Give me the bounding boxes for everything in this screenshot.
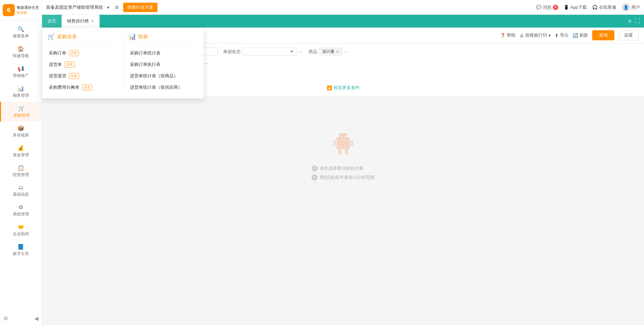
header-left: 装备及固定资产辅助管理系统 ▾ ⚙ 体验行业方案 (46, 3, 157, 12)
sidebar-item-guide[interactable]: 📘 新手引导 (0, 240, 42, 260)
dropdown-item-report-2[interactable]: 采购订单执行表 (129, 59, 199, 70)
dropdown-item-expense[interactable]: 采购费用分摊单 历史 (47, 82, 117, 93)
clipboard-icon: 📋 (17, 165, 24, 171)
dropdown-overlay: 🛒 采购业务 采购订单 历史 进货单 历史 进货退货 历史 采购费用分摊单 历史 (42, 28, 644, 325)
dropdown-divider (123, 33, 123, 93)
sidebar-item-quick-nav[interactable]: 🏠 快捷导航 (0, 42, 42, 62)
sidebar-item-stock[interactable]: 📦 库存核算 (0, 122, 42, 141)
money-icon: 💰 (17, 145, 24, 151)
dropdown-purchase-col: 🛒 采购业务 采购订单 历史 进货单 历史 进货退货 历史 采购费用分摊单 历史 (47, 33, 117, 93)
history-badge-2: 历史 (69, 73, 79, 79)
phone-icon: 📱 (564, 5, 569, 10)
purchase-col-title-text: 采购业务 (57, 34, 77, 40)
chart-icon: 📊 (17, 85, 24, 92)
tab-sales-rank[interactable]: 销售排行榜 ✕ (62, 15, 100, 28)
sidebar-item-search[interactable]: 🔍 搜索菜单 (0, 23, 42, 42)
user-btn[interactable]: 👤 用户 (622, 3, 640, 11)
tab-close-icon[interactable]: ✕ (91, 19, 94, 24)
message-icon: 💬 (536, 5, 541, 10)
history-badge-3: 历史 (82, 84, 92, 90)
tabs-right-controls: ✕ ⛶ (628, 18, 644, 25)
message-btn[interactable]: 💬 消息 9 (536, 4, 558, 10)
app-logo: 6 畅捷通好生意 标准版 (0, 0, 42, 21)
report-col-icon: 📊 (129, 33, 136, 40)
settings-bottom-icon[interactable]: ⚙ (3, 315, 8, 322)
headset-icon: 🎧 (592, 5, 598, 10)
report-col-title: 📊 报表 (129, 33, 199, 43)
purchase-col-title: 🛒 采购业务 (47, 33, 117, 43)
dropdown-arrow-icon[interactable]: ▾ (106, 3, 111, 11)
stock-in-label: 进货单 (49, 62, 62, 68)
book-icon: 📘 (17, 244, 24, 250)
sidebar-item-sales[interactable]: 📊 销售管理 (0, 82, 42, 102)
sidebar-item-purchase[interactable]: 🛒 采购管理 (0, 102, 42, 122)
tab-home-label: 首页 (47, 18, 56, 24)
avatar: 👤 (622, 3, 630, 11)
report-3-label: 进货单统计表（按商品） (130, 73, 178, 79)
sidebar-item-marketing[interactable]: 📢 营销推广 (0, 62, 42, 82)
home-icon: 🏠 (17, 46, 24, 52)
sidebar-item-label: 搜索菜单 (13, 33, 29, 39)
report-2-label: 采购订单执行表 (130, 62, 160, 68)
online-service-btn[interactable]: 🎧 在线客服 (592, 4, 616, 10)
tab-home[interactable]: 首页 (42, 15, 62, 28)
sidebar-item-system[interactable]: ⚙ 系统管理 (0, 201, 42, 220)
report-4-label: 进货单统计表（按供应商） (130, 84, 182, 90)
dropdown-item-report-3[interactable]: 进货单统计表（按商品） (129, 70, 199, 82)
app-name: 畅捷通好生意 (17, 5, 39, 10)
handshake-icon: 🤝 (17, 224, 24, 230)
report-1-label: 采购订单统计表 (130, 50, 160, 56)
sidebar: 6 畅捷通好生意 标准版 🔍 搜索菜单 🏠 快捷导航 📢 营销推广 📊 销售管理… (0, 0, 42, 325)
tab-sales-rank-label: 销售排行榜 (67, 18, 89, 24)
dropdown-item-stock-in[interactable]: 进货单 历史 (47, 59, 117, 70)
settings-header-icon[interactable]: ⚙ (113, 3, 120, 11)
app-download-label: App下载 (570, 4, 587, 10)
message-label: 消息 (543, 4, 551, 10)
purchase-dropdown-menu: 🛒 采购业务 采购订单 历史 进货单 历史 进货退货 历史 采购费用分摊单 历史 (42, 28, 204, 98)
user-label: 用户 (631, 4, 640, 10)
tabs-bar: 首页 销售排行榜 ✕ ✕ ⛶ (42, 15, 644, 28)
close-tab-icon[interactable]: ✕ (628, 18, 632, 25)
collapse-sidebar-icon[interactable]: ◀ (34, 315, 38, 322)
gear-icon: ⚙ (19, 204, 23, 210)
purchase-col-icon: 🛒 (47, 33, 55, 40)
header: 装备及固定资产辅助管理系统 ▾ ⚙ 体验行业方案 💬 消息 9 📱 App下载 … (42, 0, 644, 15)
sidebar-item-operation[interactable]: 📋 经营管理 (0, 161, 42, 181)
sidebar-item-enterprise[interactable]: 🤝 企业协同 (0, 220, 42, 240)
message-badge: 9 (553, 5, 558, 10)
search-icon: 🔍 (17, 26, 24, 32)
cart-icon: 🛒 (18, 105, 25, 112)
folder-icon: 🗂 (18, 185, 24, 191)
sidebar-item-finance[interactable]: 💰 资金管理 (0, 141, 42, 161)
sidebar-item-basic[interactable]: 🗂 基础信息 (0, 181, 42, 201)
sidebar-nav: 🔍 搜索菜单 🏠 快捷导航 📢 营销推广 📊 销售管理 🛒 采购管理 📦 库存核… (0, 21, 42, 312)
box-icon: 📦 (17, 125, 24, 131)
expense-label: 采购费用分摊单 (49, 84, 79, 90)
history-badge-1: 历史 (65, 62, 75, 68)
dropdown-report-col: 📊 报表 采购订单统计表 采购订单执行表 进货单统计表（按商品） 进货单统计表（… (129, 33, 199, 93)
purchase-order-label: 采购订单 (49, 50, 66, 56)
dropdown-item-report-1[interactable]: 采购订单统计表 (129, 47, 199, 59)
report-col-title-text: 报表 (138, 34, 148, 40)
sidebar-bottom: ⚙ ◀ (0, 312, 42, 325)
history-badge-0: 历史 (69, 50, 79, 56)
dropdown-item-purchase-order[interactable]: 采购订单 历史 (47, 47, 117, 59)
dropdown-item-report-4[interactable]: 进货单统计表（按供应商） (129, 82, 199, 93)
logo-icon: 6 (3, 4, 15, 16)
system-name: 装备及固定资产辅助管理系统 (46, 4, 103, 10)
app-badge: 标准版 (17, 10, 39, 15)
app-download-btn[interactable]: 📱 App下载 (564, 4, 587, 10)
online-service-label: 在线客服 (599, 4, 616, 10)
dropdown-item-return[interactable]: 进货退货 历史 (47, 70, 117, 82)
megaphone-icon: 📢 (17, 66, 24, 72)
return-label: 进货退货 (49, 73, 66, 79)
industry-btn[interactable]: 体验行业方案 (123, 3, 157, 12)
header-right: 💬 消息 9 📱 App下载 🎧 在线客服 👤 用户 (536, 3, 640, 11)
fullscreen-icon[interactable]: ⛶ (635, 18, 640, 24)
